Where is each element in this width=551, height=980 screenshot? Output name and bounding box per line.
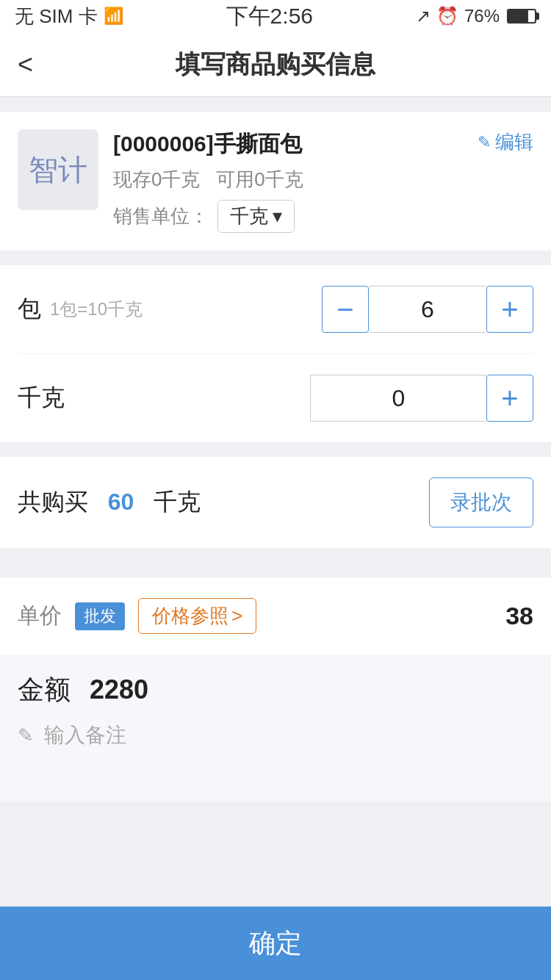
carrier-text: 无 SIM 卡 [15,4,98,29]
total-label: 共购买 [18,489,88,515]
back-button[interactable]: < [18,49,33,80]
price-label: 单价 [18,601,62,631]
product-logo: 智计 [29,150,87,190]
kg-label-group: 千克 [18,382,65,414]
pack-quantity-input[interactable] [369,286,486,333]
total-text: 共购买 60 千克 [18,486,201,519]
total-section: 共购买 60 千克 录批次 [0,457,551,548]
product-image: 智计 [18,129,98,210]
kg-plus-button[interactable]: + [486,375,533,422]
price-ref-label: 价格参照 [152,603,228,629]
kg-label: 千克 [18,382,65,414]
product-card: 智计 [0000006]手撕面包 现存0千克 可用0千克 销售单位： 千克 ▾ … [0,112,551,251]
edit-button[interactable]: ✎ 编辑 [478,129,533,155]
pack-label: 包 [18,293,41,325]
amount-value: 2280 [90,674,148,705]
price-reference-button[interactable]: 价格参照 > [138,598,256,634]
amount-row: 金额 2280 [18,672,533,708]
product-stock: 现存0千克 可用0千克 [113,167,533,192]
time-display: 下午2:56 [226,1,313,32]
product-unit-row: 销售单位： 千克 ▾ [113,200,533,233]
location-icon: ↗ [416,6,431,26]
product-info: [0000006]手撕面包 现存0千克 可用0千克 销售单位： 千克 ▾ [113,129,533,233]
pack-hint: 1包=10千克 [50,298,143,321]
gap-4 [0,548,551,563]
amount-section: 金额 2280 ✎ 输入备注 [0,655,551,801]
nav-bar: < 填写商品购买信息 [0,32,551,97]
remark-row[interactable]: ✎ 输入备注 [18,721,533,749]
wifi-icon: 📶 [104,7,123,26]
unit-label: 销售单位： [113,203,209,229]
gap-1 [0,97,551,112]
gap-2 [0,251,551,265]
battery-icon [507,9,536,24]
pencil-icon: ✎ [18,724,34,747]
amount-label: 金额 [18,674,71,705]
remark-placeholder: 输入备注 [44,721,126,749]
status-left: 无 SIM 卡 📶 [15,4,123,29]
product-name: [0000006]手撕面包 [113,129,533,159]
chevron-down-icon: ▾ [273,205,282,228]
status-bar: 无 SIM 卡 📶 下午2:56 ↗ ⏰ 76% [0,0,551,32]
kg-quantity-input[interactable] [310,375,486,422]
pack-controls: − + [322,286,533,333]
price-value: 38 [505,602,533,630]
edit-icon: ✎ [478,133,491,152]
edit-label: 编辑 [495,129,533,155]
kg-input-row: 千克 + [18,354,533,442]
pack-input-row: 包 1包=10千克 − + [18,265,533,354]
stock-label: 现存0千克 [113,168,200,190]
kg-controls: + [310,375,533,422]
pack-minus-button[interactable]: − [322,286,369,333]
confirm-button[interactable]: 确定 [0,907,551,980]
total-unit: 千克 [154,489,201,515]
price-section: 单价 批发 价格参照 > 38 [0,577,551,655]
unit-selector[interactable]: 千克 ▾ [217,200,295,233]
page-title: 填写商品购买信息 [176,48,375,82]
gap-3 [0,442,551,457]
status-right: ↗ ⏰ 76% [416,6,536,26]
alarm-icon: ⏰ [436,6,458,26]
chevron-right-icon: > [231,605,242,627]
available-label: 可用0千克 [216,168,303,190]
batch-button[interactable]: 录批次 [429,478,533,527]
input-section: 包 1包=10千克 − + 千克 + [0,265,551,442]
price-type-tag: 批发 [75,602,125,630]
battery-text: 76% [464,6,500,26]
pack-plus-button[interactable]: + [486,286,533,333]
unit-value: 千克 [230,203,268,229]
bottom-spacer [0,801,551,882]
total-value: 60 [108,489,134,515]
pack-label-group: 包 1包=10千克 [18,293,143,325]
